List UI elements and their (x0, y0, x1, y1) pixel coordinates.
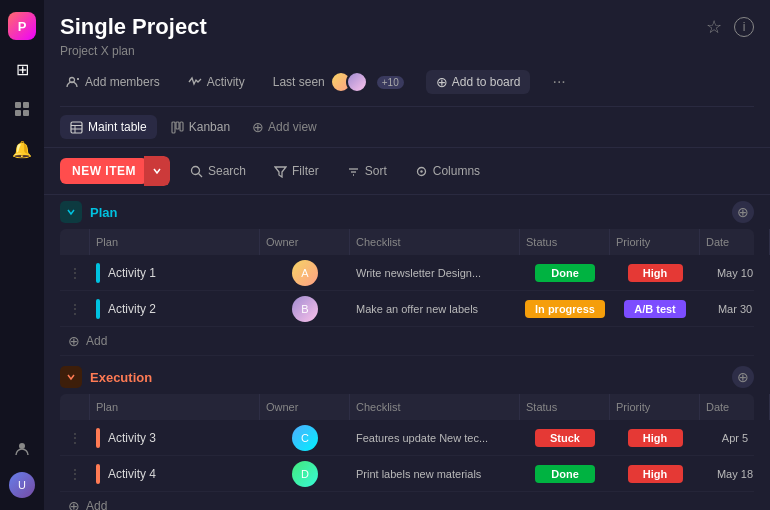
view-tabs: Maint table Kanban ⊕ Add view (44, 107, 770, 148)
sidebar-bell-icon[interactable]: 🔔 (11, 138, 33, 160)
info-icon[interactable]: i (734, 17, 754, 37)
col-header-drag (60, 394, 90, 420)
row-checklist: Features update New tec... (350, 428, 520, 448)
group-title-plan: Plan (90, 205, 724, 220)
row-drag-handle[interactable]: ⋮ (60, 291, 90, 326)
row-priority[interactable]: High (610, 461, 700, 487)
row-drag-handle[interactable]: ⋮ (60, 420, 90, 455)
svg-rect-14 (180, 122, 183, 131)
group-add-col-plan[interactable]: ⊕ (732, 201, 754, 223)
row-checklist: Write newsletter Design... (350, 263, 520, 283)
search-icon (190, 165, 203, 178)
tab-main-table[interactable]: Maint table (60, 115, 157, 139)
priority-badge[interactable]: A/B test (624, 300, 686, 318)
col-header-date: Date (700, 394, 770, 420)
app-logo[interactable]: P (8, 12, 36, 40)
group-plan: Plan ⊕ PlanOwnerChecklistStatusPriorityD… (60, 195, 754, 356)
filter-button[interactable]: Filter (266, 160, 327, 182)
row-owner: C (260, 421, 350, 455)
owner-avatar: D (292, 461, 318, 487)
table-row[interactable]: ⋮ Activity 4 D Print labels new material… (60, 456, 754, 492)
status-badge[interactable]: In progress (525, 300, 605, 318)
row-status[interactable]: Done (520, 461, 610, 487)
table-icon (70, 121, 83, 134)
tab-main-table-label: Maint table (88, 120, 147, 134)
group-title-execution: Execution (90, 370, 724, 385)
sidebar: P ⊞ 🔔 U (0, 0, 44, 510)
new-item-label: NEW ITEM (72, 164, 136, 178)
add-row-icon: ⊕ (68, 498, 80, 510)
row-status[interactable]: Done (520, 260, 610, 286)
sidebar-grid-icon[interactable] (11, 98, 33, 120)
group-header-execution: Execution ⊕ (60, 360, 754, 394)
col-header-owner: Owner (260, 394, 350, 420)
row-indicator (96, 464, 100, 484)
add-row-label: Add (86, 334, 107, 348)
sidebar-people-icon[interactable] (11, 438, 33, 460)
sidebar-home-icon[interactable]: ⊞ (11, 58, 33, 80)
new-item-dropdown-button[interactable] (144, 156, 170, 186)
svg-rect-13 (176, 122, 179, 129)
priority-badge[interactable]: High (628, 429, 683, 447)
sort-button[interactable]: Sort (339, 160, 395, 182)
add-to-board-button[interactable]: ⊕ Add to board (426, 70, 531, 94)
add-members-button[interactable]: Add members (60, 72, 166, 92)
row-owner: B (260, 292, 350, 326)
row-drag-handle[interactable]: ⋮ (60, 255, 90, 290)
row-status[interactable]: Stuck (520, 425, 610, 451)
svg-rect-3 (23, 110, 29, 116)
status-badge[interactable]: Stuck (535, 429, 595, 447)
row-priority[interactable]: High (610, 260, 700, 286)
sort-label: Sort (365, 164, 387, 178)
add-view-button[interactable]: ⊕ Add view (244, 115, 325, 139)
priority-badge[interactable]: High (628, 465, 683, 483)
row-name: Activity 1 (90, 257, 260, 289)
columns-button[interactable]: Columns (407, 160, 488, 182)
status-badge[interactable]: Done (535, 465, 595, 483)
kanban-icon (171, 121, 184, 134)
owner-avatar: C (292, 425, 318, 451)
row-owner: D (260, 457, 350, 491)
col-header-owner: Owner (260, 229, 350, 255)
group-chevron-plan[interactable] (60, 201, 82, 223)
search-button[interactable]: Search (182, 160, 254, 182)
priority-badge[interactable]: High (628, 264, 683, 282)
activity-button[interactable]: Activity (182, 72, 251, 92)
owner-avatar: A (292, 260, 318, 286)
row-indicator (96, 428, 100, 448)
group-add-col-execution[interactable]: ⊕ (732, 366, 754, 388)
row-name-text: Activity 1 (108, 266, 156, 280)
row-name: Activity 3 (90, 422, 260, 454)
table-row[interactable]: ⋮ Activity 1 A Write newsletter Design..… (60, 255, 754, 291)
table-row[interactable]: ⋮ Activity 3 C Features update New tec..… (60, 420, 754, 456)
add-row-plan[interactable]: ⊕ Add (60, 327, 754, 356)
col-header-date: Date (700, 229, 770, 255)
row-drag-handle[interactable]: ⋮ (60, 456, 90, 491)
table-body-execution: ⋮ Activity 3 C Features update New tec..… (60, 420, 754, 510)
new-item-button[interactable]: NEW ITEM (60, 158, 148, 184)
svg-rect-12 (172, 122, 175, 133)
activity-icon (188, 75, 202, 89)
row-priority[interactable]: A/B test (610, 296, 700, 322)
row-priority[interactable]: High (610, 425, 700, 451)
row-status[interactable]: In progress (520, 296, 610, 322)
project-subtitle: Project X plan (60, 44, 754, 58)
status-badge[interactable]: Done (535, 264, 595, 282)
table-row[interactable]: ⋮ Activity 2 B Make an offer new labels … (60, 291, 754, 327)
more-options-button[interactable]: ··· (546, 71, 571, 93)
action-bar: NEW ITEM Search Filter (44, 148, 770, 195)
add-row-execution[interactable]: ⊕ Add (60, 492, 754, 510)
sort-icon (347, 165, 360, 178)
row-checklist: Make an offer new labels (350, 299, 520, 319)
svg-point-4 (19, 443, 25, 449)
add-row-label: Add (86, 499, 107, 510)
svg-rect-2 (15, 110, 21, 116)
project-title: Single Project (60, 14, 207, 40)
star-icon[interactable]: ☆ (706, 16, 722, 38)
user-avatar[interactable]: U (9, 472, 35, 498)
row-indicator (96, 263, 100, 283)
tab-kanban[interactable]: Kanban (161, 115, 240, 139)
col-header-priority: Priority (610, 394, 700, 420)
svg-marker-17 (275, 167, 286, 177)
group-chevron-execution[interactable] (60, 366, 82, 388)
